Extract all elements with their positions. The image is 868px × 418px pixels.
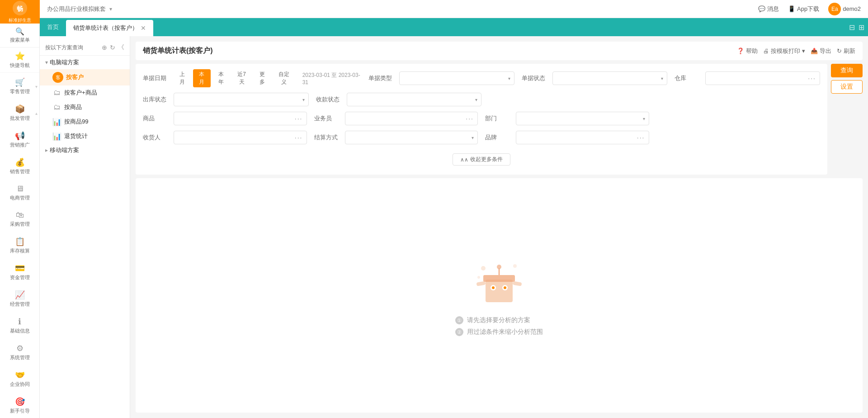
- logo-icon: 畅: [12, 0, 28, 16]
- receiver-dots: ···: [295, 134, 303, 141]
- svg-point-13: [513, 264, 517, 268]
- order-status-input[interactable]: ▾: [552, 71, 667, 85]
- receiver-input[interactable]: ···: [174, 131, 307, 144]
- out-status-input[interactable]: ▾: [174, 93, 309, 106]
- print-icon: 🖨: [763, 48, 769, 54]
- by-customer-goods-icon: 🗂: [52, 88, 61, 97]
- collapse-panel-icon[interactable]: 《: [118, 43, 124, 52]
- sidebar-item-retail[interactable]: 🛒 零售管理 ▾: [0, 73, 39, 100]
- sidebar-item-basic[interactable]: ℹ 基础信息: [0, 312, 39, 339]
- sidebar-search[interactable]: 🔍 搜索菜单: [0, 24, 39, 48]
- sidebar-item-purchase[interactable]: 🛍 采购管理: [0, 206, 39, 232]
- avatar: Ea: [828, 3, 841, 15]
- export-btn[interactable]: 📤 导出: [811, 47, 831, 55]
- settlement-input[interactable]: ▾: [345, 131, 478, 144]
- sidebar-item-ecommerce[interactable]: 🖥 电商管理: [0, 180, 39, 206]
- filter-query-row: 单据日期 上月 本月 本年 近7天 更多 自定义 2023-03-01 至 20…: [136, 64, 863, 175]
- tabbar: 首页 销货单统计表（按客户） ✕ ⊟ ⊞: [40, 18, 868, 36]
- pay-status-input[interactable]: ▾: [347, 93, 482, 106]
- marketing-label: 营销推广: [10, 142, 30, 148]
- scheme-group-mobile: ▸ 移动端方案: [40, 143, 130, 157]
- last-month-btn[interactable]: 上月: [174, 69, 191, 87]
- sidebar-item-system[interactable]: ⚙ 系统管理: [0, 339, 39, 366]
- filter-row-3: 商品 ··· 业务员 ···: [143, 112, 820, 125]
- department-input[interactable]: ▾: [516, 112, 649, 125]
- tab-home[interactable]: 首页: [40, 18, 66, 36]
- help-btn[interactable]: ❓ 帮助: [737, 47, 758, 55]
- scheme-group-pc-header[interactable]: ▾ 电脑端方案: [40, 56, 130, 69]
- collapse-btn[interactable]: ∧∧ 收起更多条件: [453, 153, 510, 166]
- sidebar-item-operation[interactable]: 📈 经营管理: [0, 285, 39, 312]
- sidebar-item-inventory[interactable]: 📋 库存核算: [0, 232, 39, 259]
- setting-button[interactable]: 设置: [831, 80, 863, 94]
- order-type-input[interactable]: ▾: [399, 71, 514, 85]
- filter-area: 单据日期 上月 本月 本年 近7天 更多 自定义 2023-03-01 至 20…: [136, 64, 827, 175]
- goods-input[interactable]: ···: [174, 112, 307, 125]
- sidebar-item-sales[interactable]: 💰 销售管理: [0, 153, 39, 180]
- retail-label: 零售管理: [10, 88, 30, 95]
- mobile-group-arrow: ▸: [45, 147, 48, 153]
- scheme-item-by-customer-goods[interactable]: 🗂 按客户+商品: [40, 86, 130, 100]
- order-type-arrow: ▾: [508, 76, 510, 81]
- ecommerce-icon: 🖥: [16, 184, 24, 194]
- this-month-btn[interactable]: 本月: [193, 69, 211, 87]
- svg-point-12: [481, 266, 486, 271]
- pay-status-arrow: ▾: [475, 97, 477, 102]
- page-title: 销货单统计表(按客户): [143, 46, 213, 56]
- user-profile[interactable]: Ea demo2: [828, 3, 861, 15]
- query-button[interactable]: 查询: [831, 64, 863, 77]
- topbar-title: 办公用品行业模拟账套: [47, 5, 106, 13]
- tip-num-1: ①: [455, 316, 463, 324]
- refresh-icon: ↻: [837, 48, 842, 54]
- scheme-item-by-goods-99[interactable]: 📊 按商品99: [40, 114, 130, 129]
- sidebar: 畅 标准好生意 🔍 搜索菜单 ⭐ 快捷导航 🛒 零售管理 ▾ 📦 批发管理 ▴ …: [0, 0, 40, 418]
- goods-label: 商品: [143, 114, 170, 123]
- message-icon: 💬: [758, 5, 765, 12]
- svg-rect-10: [476, 281, 486, 286]
- sidebar-item-quicknav[interactable]: ⭐ 快捷导航: [0, 48, 39, 73]
- department-label: 部门: [485, 114, 512, 123]
- svg-rect-11: [512, 281, 522, 286]
- warehouse-input[interactable]: ···: [705, 71, 820, 85]
- refresh-scheme-icon[interactable]: ↻: [110, 44, 115, 51]
- this-year-btn[interactable]: 本年: [212, 69, 230, 87]
- app-download-btn[interactable]: 📱 App下载: [788, 5, 819, 13]
- avatar-text: Ea: [831, 6, 838, 12]
- settlement-arrow: ▾: [472, 135, 474, 140]
- topbar-left: 办公用品行业模拟账套 ▾: [47, 5, 112, 13]
- sidebar-item-finance[interactable]: 💳 资金管理: [0, 259, 39, 285]
- tab-close-icon[interactable]: ✕: [141, 24, 146, 32]
- tip-num-2: ②: [455, 328, 463, 336]
- tabbar-actions: ⊟ ⊞: [849, 23, 868, 32]
- scheme-item-by-customer[interactable]: 客 按客户: [40, 69, 130, 86]
- order-type-label: 单据类型: [368, 74, 396, 82]
- print-btn[interactable]: 🖨 按模板打印 ▾: [763, 47, 805, 55]
- scheme-item-by-goods[interactable]: 🗂 按商品: [40, 100, 130, 114]
- scheme-item-return-stats[interactable]: 📊 退货统计: [40, 129, 130, 143]
- add-scheme-icon[interactable]: ⊕: [102, 44, 107, 51]
- custom-btn[interactable]: 自定义: [273, 69, 295, 87]
- svg-point-14: [477, 276, 480, 279]
- mobile-group-label: 移动端方案: [50, 146, 79, 154]
- brand-input[interactable]: ···: [516, 131, 649, 144]
- message-btn[interactable]: 💬 消息: [758, 5, 779, 13]
- svg-point-9: [497, 265, 501, 269]
- scheme-group-mobile-header[interactable]: ▸ 移动端方案: [40, 143, 130, 157]
- refresh-btn[interactable]: ↻ 刷新: [837, 47, 855, 55]
- svg-text:畅: 畅: [17, 5, 23, 12]
- last-7-btn[interactable]: 近7天: [231, 69, 252, 87]
- tabbar-minimize-icon[interactable]: ⊟: [849, 23, 855, 32]
- sales-label: 销售管理: [10, 168, 30, 175]
- tab-sales-stats[interactable]: 销货单统计表（按客户） ✕: [66, 20, 153, 36]
- newbie-label: 新手引导: [10, 408, 30, 414]
- operation-label: 经营管理: [10, 301, 30, 308]
- more-btn[interactable]: 更多: [254, 69, 271, 87]
- sidebar-item-wholesale[interactable]: 📦 批发管理 ▴: [0, 100, 39, 126]
- tabbar-maximize-icon[interactable]: ⊞: [859, 23, 864, 32]
- topbar-dropdown-icon[interactable]: ▾: [109, 6, 112, 12]
- purchase-label: 采购管理: [10, 221, 30, 228]
- sidebar-item-newbie[interactable]: 🎯 新手引导: [0, 392, 39, 418]
- sidebar-item-enterprise[interactable]: 🤝 企业协同: [0, 366, 39, 392]
- sidebar-item-marketing[interactable]: 📢 营销推广: [0, 126, 39, 153]
- salesperson-input[interactable]: ···: [345, 112, 478, 125]
